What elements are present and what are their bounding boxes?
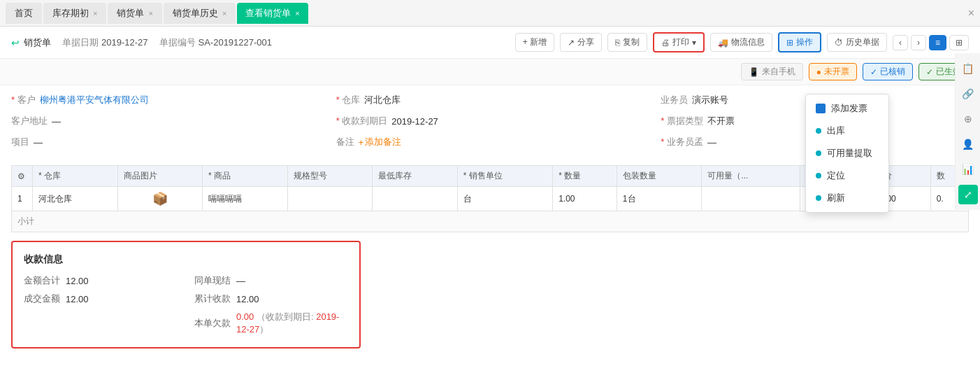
tab-close-stock-init[interactable]: ×: [93, 9, 97, 17]
copy-button[interactable]: ⎘ 复制: [607, 33, 647, 52]
locate-icon: [816, 173, 821, 178]
history-button[interactable]: ⏱ 历史单据: [827, 33, 887, 52]
status-not-invoiced[interactable]: ● 未开票: [809, 63, 857, 80]
dropdown-outbound[interactable]: 出库: [806, 120, 888, 142]
col-spec: 规格型号: [287, 166, 373, 187]
payment-total: 金额合计 12.00: [24, 274, 178, 287]
payment-owed: 本单欠款 0.00 （收款到期日: 2019-12-27）: [194, 311, 348, 336]
row-pkg-qty: 1台: [617, 187, 702, 211]
logistics-icon: 🚚: [718, 38, 728, 48]
project-field: 项目 —: [11, 136, 319, 148]
tab-close-sales-order[interactable]: ×: [148, 9, 152, 17]
status-from-mobile[interactable]: 📱 来自手机: [741, 63, 803, 80]
print-icon: 🖨: [661, 38, 670, 48]
address-value: —: [52, 116, 61, 127]
deal-label: 成交金额: [24, 293, 60, 305]
tab-bar: 首页 库存期初 × 销货单 × 销货单历史 × 查看销货单 × ×: [0, 0, 980, 27]
sidebar-icon-3[interactable]: ⊕: [958, 109, 978, 129]
right-sidebar: 📋 🔗 ⊕ 👤 📊 ⤢: [955, 53, 980, 210]
subtotal-row: 小计: [12, 211, 969, 232]
col-qty: * 数量: [553, 166, 617, 187]
staff-label: 业务员: [661, 94, 688, 106]
list-view-button[interactable]: ≡: [929, 35, 946, 50]
customer-field: 客户 柳州粤港平安气体有限公司: [11, 94, 319, 106]
tab-home[interactable]: 首页: [6, 3, 42, 24]
biz-staff-label: 业务员孟: [661, 136, 703, 148]
effective-icon: ✓: [926, 67, 933, 77]
operation-icon: ⊞: [786, 38, 793, 48]
col-unit: * 销售单位: [457, 166, 553, 187]
warehouse-field: 仓库 河北仓库: [336, 94, 644, 106]
tab-sales-order[interactable]: 销货单 ×: [108, 3, 161, 24]
share-button[interactable]: ↗ 分享: [560, 33, 602, 52]
customer-label: 客户: [11, 94, 36, 106]
operation-dropdown: 添加发票 出库 可用量提取 定位 刷新: [805, 94, 889, 213]
print-button[interactable]: 🖨 打印 ▾: [653, 32, 705, 52]
grid-view-button[interactable]: ⊞: [949, 35, 969, 50]
new-button[interactable]: + 新增: [515, 33, 554, 52]
date-value: 2019-12-27: [101, 37, 148, 48]
sidebar-icon-2[interactable]: 🔗: [958, 84, 978, 104]
doc-number: 单据编号 SA-20191227-001: [159, 36, 273, 49]
tab-close-view-sales[interactable]: ×: [295, 9, 299, 17]
tab-stock-init[interactable]: 库存期初 ×: [43, 3, 106, 24]
history-icon: ⏱: [835, 38, 843, 48]
payment-info-box: 收款信息 金额合计 12.00 同单现结 — 成交金额 12.00 累计收款 1…: [11, 241, 361, 349]
sidebar-icon-4[interactable]: 👤: [958, 134, 978, 154]
sidebar-icon-5[interactable]: 📊: [958, 160, 978, 179]
dropdown-refresh[interactable]: 刷新: [806, 187, 888, 209]
refresh-icon: [816, 195, 821, 201]
copy-icon: ⎘: [615, 38, 620, 48]
biz-staff-value: —: [707, 137, 716, 148]
prev-button[interactable]: ‹: [893, 35, 908, 50]
payment-accumulated: 累计收款 12.00: [194, 293, 348, 305]
address-label: 客户地址: [11, 115, 48, 127]
row-product: 嗝嗝嗝嗝: [203, 187, 288, 211]
note-label: 备注: [336, 136, 354, 148]
col-image: 商品图片: [117, 166, 203, 187]
warehouse-label: 仓库: [336, 94, 361, 106]
tab-view-sales[interactable]: 查看销货单 ×: [237, 3, 308, 24]
number-label: 单据编号: [159, 36, 196, 49]
row-available: [702, 187, 800, 211]
dropdown-available-qty[interactable]: 可用量提取: [806, 142, 888, 164]
doc-meta: 单据日期 2019-12-27 单据编号 SA-20191227-001: [62, 36, 272, 49]
project-value: —: [34, 137, 43, 148]
row-unit: 台: [457, 187, 553, 211]
status-verified[interactable]: ✓ 已核销: [863, 63, 913, 80]
status-row: 📱 来自手机 ● 未开票 ✓ 已核销 ✓ 已生效: [0, 59, 980, 85]
accumulated-label: 累计收款: [194, 293, 231, 305]
payment-grid: 金额合计 12.00 同单现结 — 成交金额 12.00 累计收款 12.00: [24, 274, 348, 336]
operation-button[interactable]: ⊞ 操作: [778, 32, 821, 52]
sidebar-icon-expand[interactable]: ⤢: [958, 185, 978, 204]
col-gear: ⚙: [12, 166, 33, 187]
row-min-stock: [373, 187, 458, 211]
doc-title-text: 销货单: [24, 36, 51, 49]
main-content: ↩ 销货单 单据日期 2019-12-27 单据编号 SA-20191227-0…: [0, 27, 980, 373]
next-button[interactable]: ›: [911, 35, 926, 50]
staff-value: 演示账号: [692, 94, 728, 106]
sidebar-icon-1[interactable]: 📋: [958, 59, 978, 78]
window-close-button[interactable]: ×: [968, 8, 974, 19]
doc-toolbar: ↩ 销货单 单据日期 2019-12-27 单据编号 SA-20191227-0…: [0, 27, 980, 59]
col-pkg-qty: 包装数量: [617, 166, 702, 187]
due-date-value: 2019-12-27: [391, 116, 438, 127]
total-label: 金额合计: [24, 274, 60, 287]
bill-type-value: 不开票: [707, 115, 735, 127]
tab-close-sales-history[interactable]: ×: [222, 9, 226, 17]
logistics-button[interactable]: 🚚 物流信息: [710, 33, 772, 52]
add-note-button[interactable]: 添加备注: [359, 136, 402, 148]
dropdown-add-invoice[interactable]: 添加发票: [806, 97, 888, 120]
bill-type-label: 票据类型: [661, 115, 703, 127]
outbound-icon: [816, 128, 821, 134]
print-dropdown-arrow: ▾: [692, 38, 696, 48]
tab-sales-history[interactable]: 销货单历史 ×: [164, 3, 236, 24]
row-warehouse: 河北仓库: [33, 187, 118, 211]
total-value: 12.00: [66, 276, 89, 286]
col-available: 可用量（...: [702, 166, 800, 187]
dropdown-locate[interactable]: 定位: [806, 164, 888, 187]
customer-value[interactable]: 柳州粤港平安气体有限公司: [40, 94, 149, 106]
available-qty-icon: [816, 150, 821, 156]
subtotal-label: 小计: [12, 211, 969, 232]
mobile-icon: 📱: [749, 67, 759, 77]
